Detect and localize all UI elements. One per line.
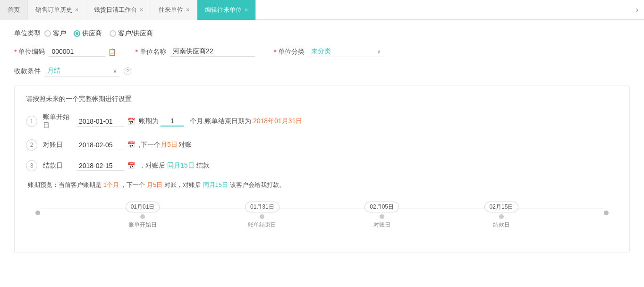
tab-more-button[interactable]: › [630, 0, 644, 20]
unit-category-label: 单位分类 [278, 48, 305, 56]
tab-sales-order-history[interactable]: 销售订单历史 × [28, 0, 86, 20]
calendar-icon-1[interactable]: 📅 [127, 118, 135, 125]
setting-num-1: 1 [26, 116, 37, 127]
highlight-date-1: 2018年01月31日 [253, 117, 302, 126]
timeline-label-2: 账单结束日 [248, 221, 276, 229]
timeline-nodes: 01月01日 账单开始日 01月31日 账单结束日 02月05日 对账日 [35, 202, 609, 229]
timeline-container: 01月01日 账单开始日 01月31日 账单结束日 02月05日 对账日 [26, 197, 618, 243]
unit-name-input[interactable] [170, 47, 255, 57]
unit-category-group: * 单位分类 未分类 ∨ [274, 46, 384, 57]
tab-partner-unit[interactable]: 往来单位 × [151, 0, 197, 20]
timeline-badge-4: 02月15日 [484, 202, 519, 212]
unit-info-row: * 单位编码 📋 * 单位名称 * 单位分类 未分类 ∨ [14, 46, 630, 57]
timeline-badge-3: 02月05日 [364, 202, 399, 212]
unit-type-radio-group: 客户 供应商 客户/供应商 [44, 29, 153, 38]
preview-highlight1: 1个月 [103, 181, 119, 188]
highlight-day-3: 同月15日 [167, 161, 195, 170]
timeline-left-endpoint [35, 202, 40, 215]
setting-desc-prefix-3: ，对账后 [139, 161, 165, 170]
tab-home[interactable]: 首页 [0, 0, 28, 20]
tabs-bar: 首页 销售订单历史 × 钱货日清工作台 × 往来单位 × 编辑往来单位 × › [0, 0, 644, 20]
radio-circle-customer [44, 30, 51, 37]
unit-code-input[interactable] [49, 47, 105, 57]
settings-box: 请按照未来的一个完整帐期进行设置 1 账单开始日 📅 账期为 个月,账单结束日期… [14, 85, 630, 253]
unit-name-group: * 单位名称 [135, 47, 254, 57]
timeline-dot-1 [140, 214, 145, 219]
calendar-icon-3[interactable]: 📅 [127, 162, 135, 169]
timeline-badge-2: 01月31日 [245, 202, 280, 212]
unit-name-label: 单位名称 [140, 48, 166, 56]
timeline-node-4: 02月15日 结款日 [484, 202, 519, 229]
close-tab-cash-work[interactable]: × [140, 7, 143, 13]
timeline-label-3: 对账日 [373, 221, 390, 229]
preview-highlight2: 月5日 [147, 181, 162, 188]
timeline-dot-3 [380, 214, 384, 219]
setting-num-3: 3 [26, 160, 37, 171]
timeline-node-1: 01月01日 账单开始日 [126, 202, 160, 229]
setting-desc-suffix-1: 个月,账单结束日期为 [190, 117, 251, 126]
timeline-badge-1: 01月01日 [126, 202, 160, 212]
timeline-node-2: 01月31日 账单结束日 [245, 202, 280, 229]
setting-field-label-1: 账单开始日 [43, 113, 71, 130]
tab-edit-partner-unit[interactable]: 编辑往来单位 × [197, 0, 256, 20]
payment-terms-select[interactable]: 月结 ∨ [44, 66, 120, 76]
timeline-dot-4 [499, 214, 504, 219]
setting-desc-prefix-2: ,下一个 [139, 141, 161, 149]
timeline-right-dot [604, 211, 609, 215]
calendar-icon-2[interactable]: 📅 [127, 141, 135, 149]
radio-customer-supplier[interactable]: 客户/供应商 [110, 29, 153, 38]
unit-name-star: * [135, 48, 137, 56]
unit-category-select[interactable]: 未分类 ∨ [308, 46, 384, 57]
setting-field-label-2: 对账日 [43, 141, 71, 149]
setting-field-label-3: 结款日 [43, 161, 71, 170]
payment-terms-row: 收款条件 月结 ∨ ? [14, 66, 630, 76]
radio-circle-customer-supplier [110, 30, 116, 37]
unit-type-label: 单位类型 [14, 29, 41, 38]
radio-circle-supplier [74, 30, 80, 37]
setting-row-1: 1 账单开始日 📅 账期为 个月,账单结束日期为 2018年01月31日 [26, 113, 618, 130]
preview-middle2: 对账，对账后 [164, 181, 201, 188]
unit-type-row: 单位类型 客户 供应商 客户/供应商 [14, 29, 630, 38]
close-tab-partner-unit[interactable]: × [186, 7, 189, 13]
setting-desc-suffix-3: 结款 [196, 161, 210, 170]
tab-cash-work[interactable]: 钱货日清工作台 × [86, 0, 151, 20]
setting-desc-prefix-1: 账期为 [139, 117, 159, 126]
date-input-3[interactable] [77, 161, 124, 171]
payment-terms-help-icon[interactable]: ? [124, 68, 131, 75]
month-input-1[interactable] [161, 116, 184, 127]
close-tab-sales-order-history[interactable]: × [75, 7, 78, 13]
highlight-day-2: 月5日 [161, 141, 178, 149]
date-input-2[interactable] [77, 140, 124, 150]
preview-prefix: 账期预览：当前客户账期是 [28, 181, 102, 188]
unit-code-group: * 单位编码 📋 [14, 47, 116, 57]
preview-row: 账期预览：当前客户账期是 1个月 ，下一个 月5日 对账，对账后 同月15日 该… [26, 181, 618, 189]
timeline-dot-2 [260, 214, 264, 219]
timeline-label-1: 账单开始日 [128, 221, 157, 229]
setting-row-3: 3 结款日 📅 ，对账后 同月15日 结款 [26, 160, 618, 171]
timeline-label-4: 结款日 [493, 221, 510, 229]
payment-terms-label: 收款条件 [14, 67, 41, 76]
timeline-left-dot [35, 211, 40, 215]
preview-highlight3: 同月15日 [203, 181, 228, 188]
preview-suffix: 该客户会给我打款。 [230, 181, 285, 188]
setting-desc-suffix-2: 对账 [178, 141, 192, 149]
unit-category-chevron-icon: ∨ [377, 48, 381, 55]
timeline-node-3: 02月05日 对账日 [364, 202, 399, 229]
setting-num-2: 2 [26, 139, 37, 151]
close-tab-edit-partner-unit[interactable]: × [245, 7, 248, 13]
unit-category-value: 未分类 [311, 47, 375, 56]
radio-supplier[interactable]: 供应商 [74, 29, 102, 38]
setting-row-2: 2 对账日 📅 ,下一个 月5日 对账 [26, 139, 618, 151]
unit-code-label: 单位编码 [18, 48, 45, 56]
unit-code-star: * [14, 48, 17, 56]
preview-middle1: ，下一个 [120, 181, 145, 188]
payment-terms-value: 月结 [47, 67, 111, 75]
date-input-1[interactable] [77, 117, 124, 127]
payment-terms-chevron-icon: ∨ [113, 68, 117, 74]
unit-code-calendar-icon[interactable]: 📋 [108, 48, 116, 56]
radio-customer[interactable]: 客户 [44, 29, 66, 38]
settings-title: 请按照未来的一个完整帐期进行设置 [26, 95, 618, 103]
page-content: 单位类型 客户 供应商 客户/供应商 * 单位编码 📋 * 单位名称 [0, 20, 644, 287]
timeline-right-endpoint [604, 202, 609, 215]
unit-category-star: * [274, 48, 276, 56]
